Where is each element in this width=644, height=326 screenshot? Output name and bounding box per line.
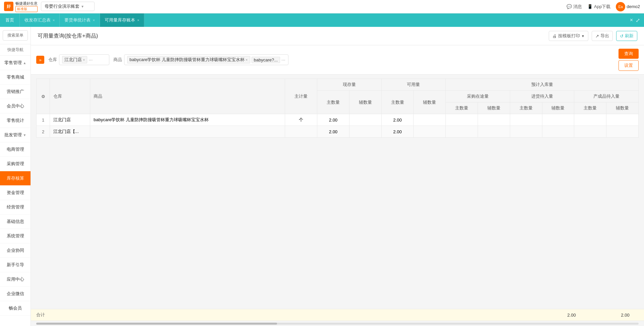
table-expected-group: 预计入库量: [446, 79, 639, 91]
tab-order-stats[interactable]: 要货单统计表 ×: [60, 13, 100, 27]
sidebar-item-vip[interactable]: 畅会员: [0, 301, 31, 316]
sidebar-item-retail-mall[interactable]: 零售商城: [0, 70, 31, 85]
row-2-production-aux: [606, 126, 639, 138]
table-settings-col[interactable]: ⚙: [37, 79, 50, 114]
warehouse-filter: 仓库 江北门店 × ···: [48, 54, 109, 65]
logo-icon: 好: [4, 2, 13, 11]
row-2-stock-aux: [349, 126, 381, 138]
sidebar-item-member-center[interactable]: 会员中心: [0, 99, 31, 113]
sidebar-item-newcomer[interactable]: 新手引导: [0, 258, 31, 272]
row-2-avail-aux: [414, 126, 446, 138]
sidebar-item-enterprise-wechat[interactable]: 企业微信: [0, 287, 31, 301]
row-1-stock-aux: [349, 114, 381, 126]
filter-bar: » 仓库 江北门店 × ··· 商品 babycare学饮杯 儿童防摔防撞吸管杯…: [31, 45, 644, 75]
table-purchase-main-col: 主数量: [446, 102, 478, 114]
product-tag-1: babycare学饮杯 儿童防摔防撞吸管杯重力球吸嘴杯宝宝水杯 ×: [127, 56, 250, 63]
table-purchase-aux-col: 辅数量: [478, 102, 510, 114]
table-row: 1 江北门店 babycare学饮杯 儿童防摔防撞吸管杯重力球吸嘴杯宝宝水杯 个…: [37, 114, 639, 126]
sidebar-item-basics-label: 基础信息: [7, 219, 24, 225]
industry-selector[interactable]: 母婴行业演示账套 ▼: [41, 2, 95, 11]
row-1-purchase-aux: [478, 114, 510, 126]
export-label: 导出: [600, 33, 609, 39]
tab-available-inventory-close[interactable]: ×: [137, 18, 139, 22]
tab-order-stats-close[interactable]: ×: [93, 18, 95, 22]
refresh-button[interactable]: ↺ 刷新: [616, 31, 637, 41]
sidebar-item-purchase[interactable]: 采购管理: [0, 157, 31, 171]
chevron-icon: ▲: [23, 61, 26, 65]
row-2-incoming-main: [510, 126, 542, 138]
sidebar-item-operations[interactable]: 经营管理: [0, 200, 31, 215]
tab-home-label: 首页: [5, 17, 14, 23]
sidebar-item-finance[interactable]: 资金管理: [0, 186, 31, 200]
tab-close-all-button[interactable]: ×: [630, 17, 633, 23]
sidebar-item-member-center-label: 会员中心: [7, 103, 24, 109]
filter-expand-button[interactable]: »: [36, 56, 44, 64]
sidebar-item-wholesale-mgmt[interactable]: 批发管理 ▼: [0, 128, 31, 142]
sidebar-item-finance-label: 资金管理: [7, 190, 24, 196]
chevron-down-icon: ▼: [81, 5, 84, 8]
sidebar-item-ecommerce[interactable]: 电商管理: [0, 142, 31, 157]
table-production-pending-group: 产成品待入量: [574, 91, 639, 102]
row-1-production-main: [574, 114, 606, 126]
quick-nav-button[interactable]: 快捷导航: [0, 44, 31, 56]
warehouse-filter-value[interactable]: 江北门店 × ···: [59, 54, 109, 65]
row-2-unit: [285, 126, 317, 138]
tab-receivable-close[interactable]: ×: [53, 18, 55, 22]
sidebar-item-system[interactable]: 系统管理: [0, 229, 31, 243]
sidebar-item-system-label: 系统管理: [7, 233, 24, 239]
scrollbar-thumb[interactable]: [36, 323, 277, 325]
sidebar-item-marketing-label: 营销推广: [7, 89, 24, 95]
row-1-incoming-main: [510, 114, 542, 126]
query-button[interactable]: 查询: [619, 49, 639, 59]
footer-avail-main-total: 2.00: [612, 313, 639, 318]
app-download-button[interactable]: 📱 App下载: [587, 4, 610, 10]
export-button[interactable]: ↗ 导出: [592, 31, 613, 41]
message-label: 消息: [573, 4, 582, 10]
table-footer: 合计 2.00 2.00: [31, 309, 644, 321]
refresh-label: 刷新: [625, 33, 634, 39]
topbar-right: 💬 消息 📱 App下载 Ea demo2: [567, 2, 640, 11]
expand-icon: »: [39, 57, 41, 62]
sidebar-item-retail-mgmt-label: 零售管理: [4, 60, 22, 66]
sidebar-item-enterprise[interactable]: 企业协同: [0, 243, 31, 258]
sidebar-item-app-center[interactable]: 应用中心: [0, 272, 31, 287]
logo-area: 好 畅捷通好生意 标准版: [4, 1, 38, 12]
sidebar-item-inventory[interactable]: 库存核算: [0, 171, 31, 186]
sidebar-item-retail-mall-label: 零售商城: [7, 74, 24, 80]
horizontal-scrollbar[interactable]: [31, 321, 644, 326]
sidebar-item-retail-stats[interactable]: 零售统计: [0, 113, 31, 128]
print-button[interactable]: 🖨 按模板打印 ▼: [549, 31, 588, 41]
tab-maximize-button[interactable]: ⤢: [636, 17, 640, 24]
sidebar-item-basics[interactable]: 基础信息: [0, 215, 31, 229]
product-filter-label: 商品: [113, 57, 122, 63]
row-1-avail-aux: [414, 114, 446, 126]
table-incoming-pending-group: 进货待入量: [510, 91, 574, 102]
sidebar-item-marketing[interactable]: 营销推广: [0, 85, 31, 99]
settings-button[interactable]: 设置: [619, 60, 639, 71]
tab-available-inventory[interactable]: 可用量库存账本 ×: [100, 13, 144, 27]
row-2-num: 2: [37, 126, 50, 138]
chevron-down-print-icon: ▼: [581, 34, 585, 38]
export-icon: ↗: [595, 34, 599, 39]
product-tag-2: babycare?...: [252, 57, 280, 63]
table-available-group: 可用量: [381, 79, 446, 91]
product-tag-1-close[interactable]: ×: [246, 58, 248, 62]
table-production-main-col: 主数量: [574, 102, 606, 114]
sidebar-item-retail-mgmt[interactable]: 零售管理 ▲: [0, 56, 31, 70]
table-header-row-1: ⚙ 仓库 商品 主计量 现存量: [37, 79, 639, 91]
table-stock-main-col: 主数量: [317, 91, 350, 114]
tab-home[interactable]: 首页: [0, 13, 20, 27]
warehouse-more-icon[interactable]: ···: [89, 57, 93, 62]
tab-receivable[interactable]: 收发存汇总表 ×: [20, 13, 60, 27]
message-icon: 💬: [567, 4, 572, 9]
sidebar-item-retail-stats-label: 零售统计: [7, 118, 24, 124]
sidebar-search-area: 搜索菜单: [0, 27, 31, 44]
product-filter-value[interactable]: babycare学饮杯 儿童防摔防撞吸管杯重力球吸嘴杯宝宝水杯 × babyca…: [124, 54, 288, 65]
search-menu-button[interactable]: 搜索菜单: [3, 30, 28, 41]
download-label: App下载: [594, 4, 610, 10]
sidebar-item-app-center-label: 应用中心: [7, 276, 24, 282]
product-more-icon[interactable]: ···: [281, 57, 285, 62]
warehouse-tag-close[interactable]: ×: [83, 58, 85, 62]
message-button[interactable]: 💬 消息: [567, 4, 582, 10]
user-area[interactable]: Ea demo2: [616, 2, 640, 11]
